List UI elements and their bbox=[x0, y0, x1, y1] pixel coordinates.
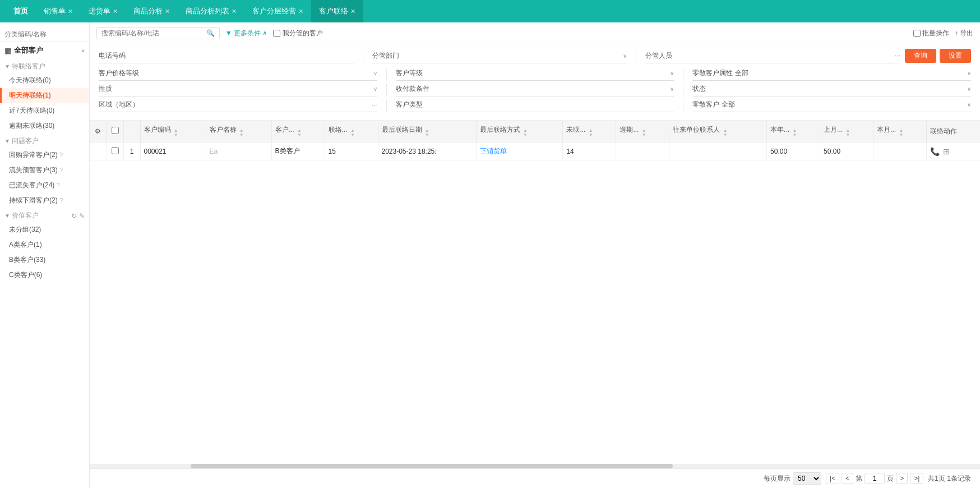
sort-overdue[interactable]: ▲▼ bbox=[642, 128, 646, 137]
sort-last-contact-date[interactable]: ▲▼ bbox=[425, 128, 429, 137]
action-grid-icon[interactable]: ⊞ bbox=[943, 147, 950, 156]
sidebar-item-class-a[interactable]: A类客户(1) bbox=[0, 237, 89, 252]
divider-5 bbox=[386, 84, 387, 96]
nav-sales[interactable]: 销售单✕ bbox=[36, 0, 81, 22]
sidebar-all-customers[interactable]: ▦ 全部客户 « bbox=[0, 42, 89, 59]
search-submit-icon[interactable]: 🔍 bbox=[206, 29, 215, 37]
sidebar-collapse-icon[interactable]: « bbox=[81, 48, 85, 54]
sort-customer-code[interactable]: ▲▼ bbox=[174, 128, 178, 137]
nav-home[interactable]: 首页 bbox=[6, 0, 36, 22]
close-sales-tab[interactable]: ✕ bbox=[68, 8, 73, 15]
filter-person-select[interactable]: ··· bbox=[689, 52, 900, 59]
reset-btn[interactable]: 设置 bbox=[940, 49, 971, 63]
horizontal-scrollbar[interactable] bbox=[90, 464, 980, 468]
sort-customer-name[interactable]: ▲▼ bbox=[239, 128, 244, 137]
sort-this-year[interactable]: ▲▼ bbox=[792, 128, 797, 137]
row-checkbox[interactable] bbox=[107, 142, 123, 160]
sidebar-item-declining[interactable]: 持续下滑客户(2) ? bbox=[0, 193, 89, 208]
col-checkbox[interactable] bbox=[107, 121, 123, 142]
search-input[interactable] bbox=[101, 29, 206, 37]
page-input[interactable] bbox=[865, 473, 885, 484]
page-size-select[interactable]: 50 100 200 bbox=[793, 472, 821, 485]
filter-dept-select[interactable]: ∨ bbox=[416, 53, 627, 59]
scrollbar-thumb[interactable] bbox=[191, 464, 673, 468]
nav-purchase[interactable]: 进货单✕ bbox=[81, 0, 126, 22]
sidebar-search-input[interactable] bbox=[4, 30, 89, 38]
sort-uncontacted[interactable]: ▲▼ bbox=[589, 128, 593, 137]
col-overdue[interactable]: 逾期... ▲▼ bbox=[616, 121, 669, 142]
sidebar-group-pending[interactable]: ▼ 待联络客户 bbox=[0, 59, 89, 73]
col-last-month[interactable]: 上月... ▲▼ bbox=[820, 121, 873, 142]
close-customer-segmentation-tab[interactable]: ✕ bbox=[298, 8, 303, 15]
filter-region-more[interactable]: ··· bbox=[372, 101, 377, 109]
my-customers-checkbox[interactable] bbox=[273, 30, 280, 37]
filter-region-select[interactable]: ··· bbox=[144, 101, 377, 109]
filter-price-level-select[interactable]: ∨ bbox=[144, 70, 377, 76]
sidebar-group-problem[interactable]: ▼ 问题客户 bbox=[0, 133, 89, 148]
first-page-btn[interactable]: |< bbox=[826, 473, 839, 484]
row-last-contact-method[interactable]: 下销货单 bbox=[476, 142, 563, 160]
nav-customer-contact[interactable]: 客户联络✕ bbox=[311, 0, 363, 22]
close-product-analysis-tab[interactable]: ✕ bbox=[165, 8, 170, 15]
sidebar-item-overdue[interactable]: 逾期未联络(30) bbox=[0, 118, 89, 133]
sort-customer-type[interactable]: ▲▼ bbox=[297, 128, 302, 137]
sidebar-item-ungrouped[interactable]: 未分组(32) bbox=[0, 222, 89, 237]
export-btn[interactable]: ↑ 导出 bbox=[955, 29, 973, 38]
sidebar-item-tomorrow[interactable]: 明天待联络(1) bbox=[0, 88, 89, 103]
col-this-month[interactable]: 本月... ▲▼ bbox=[873, 121, 927, 142]
sort-contact-count[interactable]: ▲▼ bbox=[350, 128, 355, 137]
col-this-year[interactable]: 本年... ▲▼ bbox=[767, 121, 820, 142]
last-page-btn[interactable]: >| bbox=[910, 473, 923, 484]
filter-customer-level: 客户等级 ∨ bbox=[396, 68, 674, 81]
col-contact-count[interactable]: 联络... ▲▼ bbox=[325, 121, 378, 142]
close-product-analysis-list-tab[interactable]: ✕ bbox=[232, 8, 237, 15]
sort-unit-contact[interactable]: ▲▼ bbox=[723, 128, 728, 137]
filter-retail-customer-select[interactable]: ∨ bbox=[739, 102, 971, 108]
sidebar-item-class-b[interactable]: B类客户(33) bbox=[0, 252, 89, 268]
col-settings[interactable]: ⚙ bbox=[90, 121, 107, 142]
value-edit-icon[interactable]: ✎ bbox=[79, 212, 85, 220]
row-select-checkbox[interactable] bbox=[112, 147, 119, 154]
query-btn[interactable]: 查询 bbox=[905, 49, 936, 63]
sidebar-item-repurchase-abnormal[interactable]: 回购异常客户(2) ? bbox=[0, 148, 89, 163]
sidebar-item-week[interactable]: 近7天待联络(0) bbox=[0, 103, 89, 118]
filter-nature-select[interactable]: ∨ bbox=[142, 86, 377, 92]
prev-page-btn[interactable]: < bbox=[842, 473, 853, 484]
sidebar-item-lost[interactable]: 已流失客户(24) ? bbox=[0, 178, 89, 193]
search-bar-right: 批量操作 ↑ 导出 bbox=[913, 29, 973, 38]
col-unit-contact[interactable]: 往来单位联系人 ▲▼ bbox=[669, 121, 767, 142]
nav-customer-segmentation[interactable]: 客户分层经营✕ bbox=[244, 0, 311, 22]
batch-op-checkbox[interactable] bbox=[913, 30, 921, 37]
action-phone-icon[interactable]: 📞 bbox=[930, 147, 940, 156]
filter-retail-attr-select[interactable]: ∨ bbox=[753, 70, 971, 76]
filter-customer-level-arrow: ∨ bbox=[670, 70, 674, 76]
col-last-contact-date[interactable]: 最后联络日期 ▲▼ bbox=[378, 121, 476, 142]
select-all-checkbox[interactable] bbox=[112, 127, 119, 134]
batch-op-btn[interactable]: 批量操作 bbox=[913, 29, 949, 38]
nav-product-analysis[interactable]: 商品分析✕ bbox=[126, 0, 178, 22]
value-refresh-icon[interactable]: ↻ bbox=[71, 212, 77, 220]
sort-last-contact-method[interactable]: ▲▼ bbox=[523, 128, 528, 137]
filter-person-more[interactable]: ··· bbox=[895, 52, 900, 59]
col-customer-code[interactable]: 客户编码 ▲▼ bbox=[140, 121, 206, 142]
filter-customer-level-select[interactable]: ∨ bbox=[440, 70, 674, 76]
sidebar-item-today[interactable]: 今天待联络(0) bbox=[0, 73, 89, 88]
col-uncontacted[interactable]: 未联... ▲▼ bbox=[563, 121, 616, 142]
sidebar-item-class-c[interactable]: C类客户(6) bbox=[0, 268, 89, 283]
close-purchase-tab[interactable]: ✕ bbox=[113, 8, 118, 15]
filter-status-select[interactable]: ∨ bbox=[736, 86, 971, 92]
contact-method-link[interactable]: 下销货单 bbox=[480, 147, 507, 155]
sidebar-group-value[interactable]: ▼ 价值客户 ↻ ✎ bbox=[0, 208, 89, 222]
filter-payment-select[interactable]: ∨ bbox=[440, 86, 674, 92]
next-page-btn[interactable]: > bbox=[896, 473, 908, 484]
close-customer-contact-tab[interactable]: ✕ bbox=[350, 8, 355, 15]
more-conditions-btn[interactable]: ▼ 更多条件 ∧ bbox=[225, 29, 267, 38]
col-customer-type[interactable]: 客户... ▲▼ bbox=[271, 121, 325, 142]
col-last-contact-method[interactable]: 最后联络方式 ▲▼ bbox=[476, 121, 563, 142]
sort-this-month[interactable]: ▲▼ bbox=[899, 128, 903, 137]
sidebar-item-loss-warning[interactable]: 流失预警客户(3) ? bbox=[0, 163, 89, 178]
col-customer-name[interactable]: 客户名称 ▲▼ bbox=[206, 121, 271, 142]
nav-product-analysis-list[interactable]: 商品分析列表✕ bbox=[178, 0, 244, 22]
sort-last-month[interactable]: ▲▼ bbox=[845, 128, 850, 137]
action-icons: 📞 ⊞ bbox=[930, 147, 977, 156]
